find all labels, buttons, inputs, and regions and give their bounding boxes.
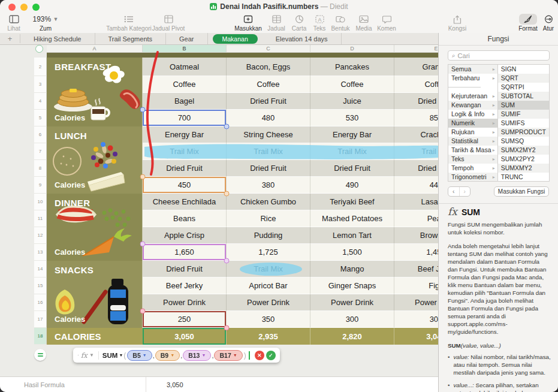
selection-handle[interactable]: [140, 309, 146, 314]
formula-function-name[interactable]: SUM▼: [102, 352, 123, 359]
selection-handle[interactable]: [224, 258, 230, 264]
formula-token-B9[interactable]: B9▼: [155, 350, 180, 361]
table-cell[interactable]: Lasagna: [394, 194, 438, 210]
sidebar-function-item[interactable]: SUMSQ: [498, 137, 549, 146]
row-number[interactable]: 10: [34, 194, 47, 210]
table-cell[interactable]: 450: [143, 177, 227, 194]
sidebar-function-item[interactable]: SUMX2MY2: [498, 146, 549, 155]
selection-handle[interactable]: [224, 325, 230, 331]
add-sheet-button[interactable]: +: [0, 34, 20, 43]
table-cell[interactable]: Figs: [394, 278, 438, 294]
section-dinner[interactable]: DINNER Calories: [47, 194, 143, 261]
column-header-C[interactable]: C: [227, 45, 310, 53]
table-cell[interactable]: Trail Mix: [143, 143, 227, 160]
sidebar-function-item[interactable]: SQRTPI: [498, 83, 549, 92]
sidebar-function-item[interactable]: SIGN: [498, 65, 549, 74]
sidebar-category-item[interactable]: Rujukan▸: [448, 128, 497, 137]
section-lunch[interactable]: LUNCH Calories: [47, 126, 143, 194]
table-cell[interactable]: 350: [227, 311, 310, 328]
table-handle[interactable]: [34, 349, 46, 361]
sidebar-category-item[interactable]: Kewangan▸: [448, 101, 497, 110]
row-number[interactable]: 18: [34, 328, 47, 345]
token-dropdown-icon[interactable]: ▼: [233, 353, 237, 357]
table-cell[interactable]: Mashed Potatoes: [310, 210, 394, 227]
table-cell[interactable]: Power Drink: [227, 294, 310, 311]
share-button[interactable]: Kongsi: [424, 14, 490, 32]
table-cell[interactable]: 700: [143, 110, 227, 126]
table-header-row[interactable]: [47, 53, 438, 58]
table-cell-total[interactable]: 2,935: [227, 328, 310, 345]
token-dropdown-icon[interactable]: ▼: [170, 353, 174, 357]
table-cell[interactable]: Cheese Enchilada: [143, 194, 227, 210]
column-header-B[interactable]: B: [143, 45, 227, 53]
zoom-control[interactable]: 193% ▼ Zum: [13, 14, 79, 32]
table-cell[interactable]: Juice: [310, 93, 394, 110]
table-cell[interactable]: 490: [310, 177, 394, 194]
table-cell[interactable]: Dried Fruit: [227, 160, 310, 177]
row-number[interactable]: 8: [34, 160, 47, 177]
sidebar-function-item[interactable]: SUMIFS: [498, 119, 549, 128]
sidebar-function-item[interactable]: SUMIF: [498, 110, 549, 119]
table-cell[interactable]: Apricot Bar: [227, 278, 310, 294]
column-header-D[interactable]: D: [310, 45, 394, 53]
table-cell[interactable]: Coffee: [310, 76, 394, 93]
row-number[interactable]: 6: [34, 126, 47, 143]
row-number[interactable]: 4: [34, 93, 47, 110]
table-cell[interactable]: Coffee: [394, 76, 438, 93]
formula-token-B5[interactable]: B5▼: [127, 350, 152, 361]
table-cell[interactable]: 380: [227, 177, 310, 194]
table-cell[interactable]: 1,450: [394, 244, 438, 261]
sidebar-function-item[interactable]: SUMX2PY2: [498, 155, 549, 164]
row-number[interactable]: 14: [34, 261, 47, 278]
zoom-value[interactable]: 193% ▼: [13, 14, 79, 25]
table-cell[interactable]: Dried Fruit: [394, 160, 438, 177]
tab-makanan[interactable]: Makanan: [208, 33, 263, 44]
table-cell[interactable]: Peas: [394, 210, 438, 227]
formula-cancel-button[interactable]: ✕: [255, 351, 264, 360]
formula-accept-button[interactable]: ✓: [266, 351, 276, 360]
token-dropdown-icon[interactable]: ▼: [143, 353, 147, 357]
table-cell[interactable]: 440: [394, 177, 438, 194]
select-all-corner[interactable]: [35, 45, 43, 53]
row-number[interactable]: 7: [34, 143, 47, 160]
sidebar-function-item[interactable]: SUM: [498, 101, 549, 110]
tab-elevation[interactable]: Elevation 14 days: [263, 33, 342, 44]
table-cell[interactable]: 1,650: [143, 244, 227, 261]
table-cell[interactable]: String Cheese: [227, 126, 310, 143]
table-cell[interactable]: Lemon Tart: [310, 227, 394, 244]
formula-token-B17[interactable]: B17▼: [214, 350, 242, 361]
row-number[interactable]: 13: [34, 244, 47, 261]
table-cell[interactable]: 1,725: [227, 244, 310, 261]
table-cell[interactable]: 850: [394, 110, 438, 126]
table-cell-total[interactable]: 3,050: [143, 328, 227, 345]
table-cell[interactable]: Power Drink: [394, 294, 438, 311]
table-cell[interactable]: Ginger Snaps: [310, 278, 394, 294]
sidebar-category-item[interactable]: Semua▸: [448, 65, 497, 74]
table-cell[interactable]: Pancakes: [310, 58, 394, 76]
selection-handle[interactable]: [140, 107, 146, 113]
table-cell[interactable]: Beans: [143, 210, 227, 227]
pivot-table-button[interactable]: Jadual Pivot: [135, 14, 201, 32]
table-cell[interactable]: 300: [394, 311, 438, 328]
row-number[interactable]: 11: [34, 210, 47, 227]
table-cell[interactable]: Chicken Gumbo: [227, 194, 310, 210]
table-cell[interactable]: Dried Fruit: [143, 261, 227, 278]
column-header-A[interactable]: A: [47, 45, 143, 53]
tab-hiking-schedule[interactable]: Hiking Schedule: [20, 33, 95, 44]
row-number[interactable]: 2: [34, 58, 47, 76]
sidebar-category-item[interactable]: Tarikh & Masa▸: [448, 146, 497, 155]
table-cell[interactable]: Coffee: [143, 76, 227, 93]
table-cell[interactable]: Energy Bar: [310, 126, 394, 143]
function-search-field[interactable]: ⌕ Cari: [448, 50, 550, 61]
table-cell-total[interactable]: 3,040: [394, 328, 438, 345]
tab-gear[interactable]: Gear: [166, 33, 207, 44]
table-cell[interactable]: Trail Mix: [227, 143, 310, 160]
section-breakfast[interactable]: BREAKFAST Calories: [47, 58, 143, 126]
table-cell[interactable]: Dried Fruit: [227, 93, 310, 110]
table-cell[interactable]: Granola: [394, 58, 438, 76]
forward-chevron-icon[interactable]: ›: [459, 187, 470, 196]
back-chevron-icon[interactable]: ‹: [448, 187, 459, 196]
table-cell[interactable]: 300: [310, 311, 394, 328]
sidebar-category-item[interactable]: Teks▸: [448, 155, 497, 164]
table-cell[interactable]: Oatmeal: [143, 58, 227, 76]
